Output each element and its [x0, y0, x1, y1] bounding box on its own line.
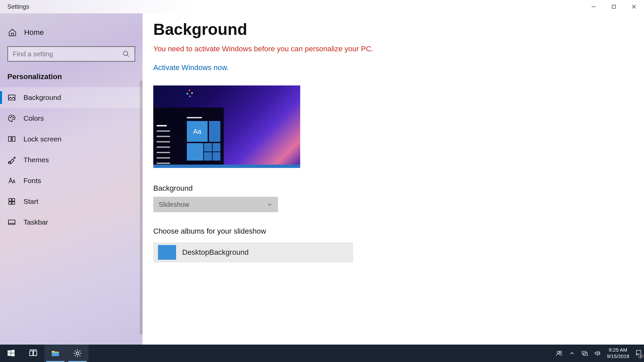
taskview-button[interactable]: [22, 345, 44, 362]
file-explorer-button[interactable]: [44, 345, 66, 362]
picture-icon: [7, 93, 16, 102]
svg-rect-6: [8, 95, 15, 100]
taskview-icon: [29, 349, 38, 358]
svg-point-23: [76, 352, 79, 355]
search-input[interactable]: [13, 50, 122, 58]
nav-home[interactable]: Home: [0, 23, 143, 42]
activation-warning: You need to activate Windows before you …: [153, 45, 631, 53]
svg-rect-11: [11, 139, 12, 140]
svg-rect-17: [12, 202, 15, 204]
albums-label: Choose albums for your slideshow: [153, 227, 631, 236]
svg-point-9: [13, 117, 13, 118]
taskbar-icon: [7, 218, 16, 227]
gear-icon: [73, 349, 82, 358]
people-icon[interactable]: [556, 350, 562, 357]
album-thumbnail: [158, 245, 176, 260]
chevron-down-icon: [267, 201, 273, 207]
network-icon[interactable]: [581, 350, 588, 357]
window-title: Settings: [0, 3, 29, 10]
sidebar-item-background[interactable]: Background: [0, 87, 143, 108]
windows-icon: [6, 349, 16, 358]
themes-icon: [7, 156, 16, 164]
palette-icon: [7, 114, 16, 123]
search-icon: [122, 50, 130, 58]
sidebar-item-colors[interactable]: Colors: [0, 108, 143, 129]
taskbar: 9:25 AM 9/15/2018 1: [0, 345, 644, 362]
svg-rect-14: [9, 198, 11, 201]
svg-point-25: [560, 351, 561, 353]
maximize-icon: [611, 4, 616, 9]
close-button[interactable]: [624, 0, 644, 13]
start-button[interactable]: [0, 345, 22, 362]
svg-point-4: [123, 51, 128, 56]
fonts-icon: [7, 176, 16, 185]
maximize-button[interactable]: [604, 0, 624, 13]
clock-time: 9:25 AM: [607, 347, 629, 353]
preview-lights: [185, 89, 195, 99]
search-box[interactable]: [7, 46, 135, 62]
svg-line-5: [127, 55, 129, 57]
album-name: DesktopBackground: [182, 248, 249, 257]
sidebar-item-label: Background: [23, 94, 61, 102]
svg-point-8: [11, 116, 12, 117]
start-icon: [7, 197, 16, 206]
close-icon: [632, 4, 636, 9]
album-row[interactable]: DesktopBackground: [153, 242, 353, 262]
sidebar-item-label: Themes: [23, 156, 49, 164]
sidebar-item-taskbar[interactable]: Taskbar: [0, 212, 143, 233]
settings-app-button[interactable]: [66, 345, 89, 362]
folder-icon: [51, 349, 60, 358]
svg-point-7: [10, 117, 11, 118]
sidebar: Home Personalization Background Colors L…: [0, 13, 143, 345]
svg-rect-21: [34, 351, 37, 356]
svg-rect-1: [612, 5, 615, 8]
minimize-button[interactable]: [584, 0, 604, 13]
sidebar-item-label: Lock screen: [23, 135, 61, 143]
sidebar-item-fonts[interactable]: Fonts: [0, 170, 143, 191]
sidebar-item-themes[interactable]: Themes: [0, 149, 143, 170]
preview-startmenu: Aa: [153, 108, 224, 168]
activate-windows-link[interactable]: Activate Windows now.: [153, 63, 229, 72]
volume-icon[interactable]: [594, 350, 601, 357]
clock-date: 9/15/2018: [607, 353, 629, 360]
sidebar-item-label: Fonts: [23, 177, 41, 185]
sidebar-item-label: Start: [23, 197, 38, 205]
background-dropdown-value: Slideshow: [159, 201, 189, 208]
svg-rect-20: [30, 351, 33, 356]
background-dropdown[interactable]: Slideshow: [153, 197, 278, 212]
sidebar-item-label: Colors: [23, 114, 44, 122]
svg-point-24: [557, 351, 559, 353]
system-tray: 9:25 AM 9/15/2018 1: [556, 345, 642, 362]
preview-sample-text: Aa: [187, 121, 208, 142]
titlebar: Settings: [0, 0, 644, 13]
chevron-up-icon[interactable]: [569, 350, 575, 357]
clock[interactable]: 9:25 AM 9/15/2018: [607, 347, 629, 360]
svg-rect-16: [9, 202, 11, 204]
home-icon: [8, 28, 17, 37]
minimize-icon: [591, 4, 596, 9]
svg-rect-15: [12, 198, 15, 201]
main-content: Background You need to activate Windows …: [143, 13, 644, 345]
sidebar-item-label: Taskbar: [23, 218, 48, 226]
background-field-label: Background: [153, 184, 631, 193]
desktop-preview: Aa: [153, 85, 300, 168]
lockscreen-icon: [7, 135, 16, 143]
sidebar-section-title: Personalization: [0, 69, 143, 87]
notifications-button[interactable]: 1: [635, 349, 642, 357]
page-title: Background: [153, 20, 631, 39]
sidebar-item-start[interactable]: Start: [0, 191, 143, 212]
notification-badge: 1: [638, 353, 643, 359]
nav-home-label: Home: [24, 28, 44, 37]
sidebar-item-lockscreen[interactable]: Lock screen: [0, 129, 143, 149]
svg-rect-18: [8, 220, 15, 225]
